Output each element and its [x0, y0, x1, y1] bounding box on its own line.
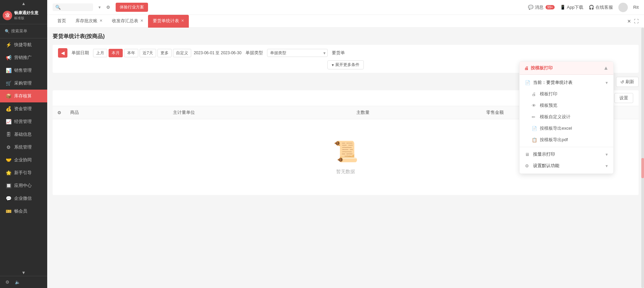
th-gear[interactable]: ⚙: [53, 106, 66, 119]
sidebar-item-collab[interactable]: 🤝 企业协同: [0, 154, 47, 166]
tab-batch[interactable]: 库存批次账 ✕: [71, 15, 107, 28]
logo-title: 畅康通好生意: [14, 10, 38, 16]
apps-icon: 🔲: [5, 183, 11, 188]
dropdown-template-print[interactable]: 🖨 模板打印: [520, 88, 613, 100]
dropdown-set-default[interactable]: ⚙ 设置默认功能 ▾: [520, 160, 613, 171]
tab-receipts-close[interactable]: ✕: [140, 19, 143, 23]
close-window-btn[interactable]: ✕: [627, 19, 631, 24]
message-badge: 99+: [546, 5, 555, 9]
type-filter-wrapper[interactable]: 单据类型 全部 要货单 退货单 ▾: [267, 49, 328, 57]
avatar[interactable]: [618, 3, 628, 12]
refresh-label: 刷新: [625, 79, 634, 85]
scrollbar-track[interactable]: [641, 28, 644, 288]
dropdown-template-excel[interactable]: 📄 按模板导出excel: [520, 123, 613, 134]
sidebar-item-purchase[interactable]: 🛒 采购管理: [0, 77, 47, 90]
tabs-bar: 首页 库存批次账 ✕ 收发存汇总表 ✕ 要货单统计表 ✕ ✕ ⛶: [47, 15, 644, 28]
set-default-label: 设置默认功能: [533, 163, 559, 169]
print-dropdown-close-btn[interactable]: ▲: [603, 65, 609, 71]
sidebar-item-finance[interactable]: 💰 资金管理: [0, 102, 47, 115]
dropdown-current-item[interactable]: 📄 当前：要货单统计表 ▾: [520, 77, 613, 88]
yaohuo-type-label: 要货单: [332, 50, 345, 56]
guide-icon: 🌟: [5, 170, 11, 175]
header-search[interactable]: 🔍: [53, 3, 93, 11]
sidebar-item-label: 销售管理: [14, 67, 32, 73]
app-icon: 📱: [560, 5, 565, 10]
dropdown-display-print[interactable]: 🖥 按显示打印 ▾: [520, 149, 613, 160]
date-btn-this-year[interactable]: 本年: [124, 49, 138, 57]
expand-more-btn[interactable]: ▾ 展开更多条件: [327, 60, 364, 69]
top-header: 🔍 ▾ ⚙ 体验行业方案 💬 消息 99+ 📱 App下载 🎧 在线客服 Rit: [47, 0, 644, 15]
sidebar-item-apps[interactable]: 🔲 应用中心: [0, 179, 47, 192]
scroll-down-btn[interactable]: ▼: [0, 269, 47, 276]
date-btn-more[interactable]: 更多: [157, 49, 172, 57]
settings-icon[interactable]: ⚙: [5, 280, 9, 285]
sidebar-item-basic[interactable]: 🗄 基础信息: [0, 128, 47, 141]
date-btn-last-month[interactable]: 上月: [93, 49, 107, 57]
member-icon: 🎫: [5, 209, 11, 214]
search-label: 搜索菜单: [11, 28, 27, 34]
sidebar-search-button[interactable]: 🔍 搜索菜单: [3, 27, 45, 35]
tab-batch-close[interactable]: ✕: [99, 19, 103, 23]
collab-icon: 🤝: [5, 157, 11, 163]
print-dropdown: 🖨 按模板打印 ▲ 📄 当前：要货单统计表 ▾ 🖨 模板打印: [519, 61, 614, 174]
type-filter-select[interactable]: 单据类型 全部 要货单 退货单: [267, 49, 328, 57]
sound-icon[interactable]: 🔈: [15, 280, 20, 285]
app-download-label: App下载: [567, 4, 583, 10]
header-search-input[interactable]: [62, 5, 89, 10]
refresh-btn[interactable]: ↺ 刷新: [616, 77, 639, 87]
sidebar-search-section: 🔍 搜索菜单: [0, 24, 47, 38]
date-btn-this-month[interactable]: 本月: [109, 49, 123, 57]
sidebar-item-member[interactable]: 🎫 畅会员: [0, 205, 47, 218]
date-range-display: 2023-06-01 至 2023-06-30: [194, 50, 241, 56]
tab-batch-label: 库存批次账: [76, 18, 97, 24]
date-collapse-btn[interactable]: ◀: [58, 48, 67, 58]
inventory-icon: 📦: [5, 93, 11, 99]
header-right: 💬 消息 99+ 📱 App下载 🎧 在线客服 Rit: [528, 3, 639, 12]
date-btn-7days[interactable]: 近7天: [140, 49, 156, 57]
scroll-up-btn[interactable]: ▲: [0, 0, 47, 7]
display-print-label: 按显示打印: [533, 151, 555, 157]
purchase-icon: 🛒: [5, 81, 11, 86]
sidebar-item-system[interactable]: ⚙ 系统管理: [0, 141, 47, 154]
set-default-icon: ⚙: [525, 163, 530, 168]
header-gear-icon[interactable]: ⚙: [106, 5, 110, 10]
tab-order[interactable]: 要货单统计表 ✕: [148, 15, 189, 28]
settings-button[interactable]: 设置: [614, 93, 633, 103]
dropdown-divider-1: [520, 147, 613, 147]
sidebar-item-label: 经营管理: [14, 119, 32, 125]
sidebar-item-wechat[interactable]: 💬 企业微信: [0, 192, 47, 205]
refresh-icon: ↺: [620, 79, 624, 85]
display-print-arrow: ▾: [606, 152, 608, 157]
expand-window-btn[interactable]: ⛶: [634, 19, 639, 24]
scrollbar-thumb[interactable]: [641, 158, 644, 178]
sidebar-item-inventory[interactable]: 📦 库存核算: [0, 90, 47, 102]
messages-label: 消息: [535, 4, 544, 10]
sidebar-item-operation[interactable]: 📈 经营管理: [0, 115, 47, 128]
header-dropdown-arrow[interactable]: ▾: [98, 5, 101, 10]
filter-row: ◀ 单据日期 上月 本月 本年 近7天 更多 自定义 2023-06-01 至 …: [58, 48, 633, 58]
online-service-button[interactable]: 🎧 在线客服: [589, 4, 613, 10]
sidebar-item-label: 资金管理: [14, 106, 32, 112]
sidebar-item-label: 快捷导航: [14, 42, 32, 48]
dropdown-template-preview[interactable]: 👁 模板预览: [520, 100, 613, 111]
tab-order-close[interactable]: ✕: [181, 19, 184, 23]
experience-button[interactable]: 体验行业方案: [116, 3, 148, 12]
tab-receipts[interactable]: 收发存汇总表 ✕: [107, 15, 148, 28]
sidebar-footer: ⚙ 🔈: [0, 276, 47, 288]
sidebar-item-label: 企业微信: [14, 195, 32, 201]
dropdown-default-left: ⚙ 设置默认功能: [525, 163, 559, 169]
date-btn-custom[interactable]: 自定义: [173, 49, 191, 57]
messages-button[interactable]: 💬 消息 99+: [528, 4, 555, 10]
sidebar-item-label: 系统管理: [14, 144, 32, 150]
print-dropdown-title: 🖨 按模板打印: [524, 65, 553, 71]
sidebar-item-sales[interactable]: 📊 销售管理: [0, 64, 47, 77]
sidebar-item-label: 畅会员: [14, 208, 27, 214]
sidebar-item-quick[interactable]: ⚡ 快捷导航: [0, 38, 47, 51]
sidebar-item-marketing[interactable]: 📢 营销推广: [0, 51, 47, 64]
header-search-icon: 🔍: [55, 5, 61, 10]
tab-home[interactable]: 首页: [53, 15, 71, 28]
dropdown-template-pdf[interactable]: 📋 按模板导出pdf: [520, 134, 613, 146]
sidebar-item-guide[interactable]: 🌟 新手引导: [0, 166, 47, 179]
app-download-button[interactable]: 📱 App下载: [560, 4, 583, 10]
dropdown-template-design[interactable]: ✏ 模板自定义设计: [520, 111, 613, 123]
